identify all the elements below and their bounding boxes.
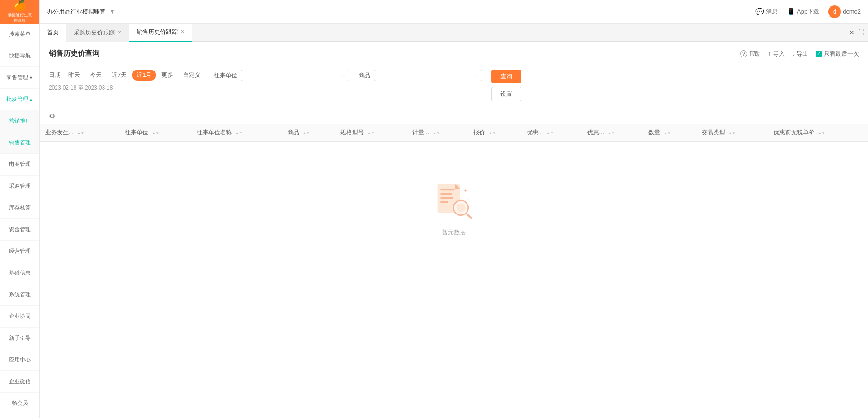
sidebar-item-purchase[interactable]: 采购管理 — [0, 176, 39, 197]
sidebar-item-wholesale[interactable]: 批发管理▲ — [0, 89, 39, 110]
tab-bar: 首页 采购历史价跟踪 ✕ 销售历史价跟踪 ✕ ✕ ⛶ — [40, 24, 868, 42]
col-trade-type[interactable]: 交易类型 ▲▼ — [696, 124, 768, 142]
query-button[interactable]: 查询 — [491, 70, 521, 83]
col-qty[interactable]: 数量 ▲▼ — [643, 124, 696, 142]
svg-rect-2 — [440, 193, 452, 195]
app-download-button[interactable]: 📱 App下载 — [787, 8, 819, 16]
partner-dots[interactable]: ··· — [341, 72, 346, 79]
sidebar-logo[interactable]: 🍊 畅捷通好生意 标准版 — [0, 0, 39, 24]
col-partner-name-sort[interactable]: ▲▼ — [236, 131, 243, 135]
col-partner-code-label: 往来单位 — [125, 129, 148, 136]
sidebar-item-retail[interactable]: 零售管理▼ — [0, 67, 39, 89]
partner-input-wrap[interactable]: ··· — [241, 70, 349, 81]
sidebar-item-finance[interactable]: 资金管理 — [0, 219, 39, 241]
tab-sales-history[interactable]: 销售历史价跟踪 ✕ — [129, 24, 192, 42]
sidebar-item-label: 采购管理 — [9, 182, 31, 190]
table-toolbar: ⚙ — [40, 108, 868, 124]
col-goods[interactable]: 商品 ▲▼ — [282, 124, 335, 142]
only-last-checkbox[interactable]: ✓ 只看最后一次 — [816, 50, 859, 58]
table-settings-icon[interactable]: ⚙ — [49, 112, 55, 120]
col-pre-tax-price-sort[interactable]: ▲▼ — [818, 131, 825, 135]
tab-sales-history-close[interactable]: ✕ — [180, 29, 184, 35]
date-btn-custom[interactable]: 自定义 — [179, 70, 205, 81]
col-discount2[interactable]: 优惠... ▲▼ — [582, 124, 643, 142]
col-unit-sort[interactable]: ▲▼ — [433, 131, 440, 135]
sidebar-item-basic-info[interactable]: 基础信息 — [0, 262, 39, 284]
sidebar-item-enterprise-wechat[interactable]: 企业微信 — [0, 371, 39, 393]
col-partner-code[interactable]: 往来单位 ▲▼ — [119, 124, 191, 142]
col-qty-sort[interactable]: ▲▼ — [664, 131, 671, 135]
sidebar-item-inventory[interactable]: 库存核算 — [0, 197, 39, 219]
date-btn-last7[interactable]: 近7天 — [108, 70, 131, 81]
sidebar-item-label: 企业微信 — [9, 378, 31, 385]
col-spec[interactable]: 规格型号 ▲▼ — [335, 124, 407, 142]
col-discount1-sort[interactable]: ▲▼ — [547, 131, 554, 135]
help-button[interactable]: ? 帮助 — [740, 50, 761, 58]
tab-purchase-history-label: 采购历史价跟踪 — [74, 28, 115, 37]
col-spec-sort[interactable]: ▲▼ — [368, 131, 375, 135]
sidebar-item-app-center[interactable]: 应用中心 — [0, 349, 39, 371]
sidebar-item-search-menu[interactable]: 搜索菜单 — [0, 24, 39, 45]
setting-button[interactable]: 设置 — [491, 87, 521, 101]
col-goods-label: 商品 — [288, 129, 299, 136]
svg-text:✦: ✦ — [463, 188, 467, 193]
sidebar-item-sales-mgmt[interactable]: 销售管理 — [0, 132, 39, 154]
sidebar-item-operations[interactable]: 经营管理 — [0, 241, 39, 262]
export-button[interactable]: ↓ 导出 — [792, 50, 809, 58]
date-btn-today[interactable]: 今天 — [86, 70, 106, 81]
col-quote-sort[interactable]: ▲▼ — [489, 131, 496, 135]
date-btn-more[interactable]: 更多 — [157, 70, 177, 81]
svg-text:✦: ✦ — [467, 197, 470, 201]
topbar-dropdown-icon[interactable]: ▼ — [109, 8, 115, 15]
message-icon: 💬 — [755, 8, 764, 16]
import-button[interactable]: ↑ 导入 — [768, 50, 785, 58]
sidebar-item-ecommerce[interactable]: 电商管理 — [0, 154, 39, 176]
message-button[interactable]: 💬 消息 — [755, 8, 778, 16]
svg-point-6 — [456, 203, 465, 212]
col-goods-sort[interactable]: ▲▼ — [303, 131, 310, 135]
col-pre-tax-price[interactable]: 优惠前无税单价 ▲▼ — [768, 124, 868, 142]
sidebar-item-new-user[interactable]: 新手引导 — [0, 328, 39, 349]
date-btn-last1m[interactable]: 近1月 — [132, 70, 156, 81]
col-biz-date[interactable]: 业务发生... ▲▼ — [40, 124, 119, 142]
col-partner-code-sort[interactable]: ▲▼ — [152, 131, 159, 135]
sidebar-item-system[interactable]: 系统管理 — [0, 284, 39, 306]
col-unit[interactable]: 计量... ▲▼ — [407, 124, 468, 142]
sidebar-item-label: 经营管理 — [9, 247, 31, 255]
col-spec-label: 规格型号 — [340, 129, 364, 136]
col-quote[interactable]: 报价 ▲▼ — [468, 124, 521, 142]
sidebar-item-label: 营销推广 — [9, 117, 31, 125]
goods-input[interactable] — [378, 72, 473, 79]
sidebar-item-label: 电商管理 — [9, 161, 31, 168]
tab-purchase-history[interactable]: 采购历史价跟踪 ✕ — [66, 24, 129, 42]
col-trade-type-label: 交易类型 — [702, 129, 725, 136]
goods-input-wrap[interactable]: ··· — [374, 70, 482, 81]
col-biz-date-label: 业务发生... — [45, 129, 74, 136]
import-icon: ↑ — [768, 50, 771, 57]
avatar: d — [828, 5, 841, 18]
date-range-display: 2023-02-18 至 2023-03-18 — [49, 84, 205, 92]
goods-dots[interactable]: ··· — [474, 72, 479, 79]
sidebar-item-enterprise-collab[interactable]: 企业协同 — [0, 306, 39, 328]
col-biz-date-sort[interactable]: ▲▼ — [77, 131, 84, 135]
user-menu[interactable]: d demo2 — [828, 5, 861, 18]
sidebar-item-label: 库存核算 — [9, 204, 31, 212]
goods-filter-group: 商品 ··· — [359, 70, 482, 81]
sidebar-item-label: 零售管理▼ — [6, 74, 33, 81]
col-partner-name[interactable]: 往来单位名称 ▲▼ — [191, 124, 282, 142]
tab-home[interactable]: 首页 — [40, 24, 66, 42]
date-btn-yesterday[interactable]: 昨天 — [64, 70, 84, 81]
tabs-close-all-button[interactable]: ✕ — [849, 29, 854, 36]
tab-purchase-history-close[interactable]: ✕ — [118, 29, 122, 35]
tabs-fullscreen-button[interactable]: ⛶ — [858, 29, 864, 36]
data-table: 业务发生... ▲▼ 往来单位 ▲▼ 往来单位名称 ▲▼ — [40, 124, 868, 142]
sidebar-item-marketing[interactable]: 营销推广 — [0, 110, 39, 132]
partner-input[interactable] — [245, 72, 340, 79]
col-quote-label: 报价 — [473, 129, 485, 136]
tab-home-label: 首页 — [47, 28, 59, 37]
col-discount2-sort[interactable]: ▲▼ — [608, 131, 615, 135]
sidebar-item-quick-nav[interactable]: 快捷导航 — [0, 45, 39, 67]
col-trade-type-sort[interactable]: ▲▼ — [728, 131, 736, 135]
sidebar-item-vip[interactable]: 畅会员 — [0, 393, 39, 414]
col-discount1[interactable]: 优惠... ▲▼ — [521, 124, 582, 142]
